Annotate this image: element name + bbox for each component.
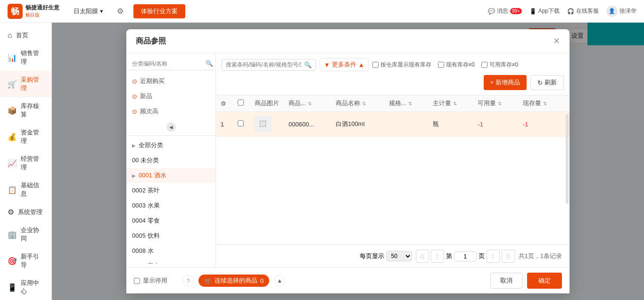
sidebar-item-app-center[interactable]: 📱 应用中心: [0, 274, 51, 300]
page-input[interactable]: [454, 251, 477, 261]
sidebar-item-sales[interactable]: 📊 销售管理: [0, 44, 51, 71]
modal-close-button[interactable]: ✕: [553, 36, 560, 46]
row-checkbox[interactable]: [238, 120, 244, 126]
cat-item-tea[interactable]: 0002 茶叶: [126, 183, 215, 198]
col-stock-sort[interactable]: 现存量⇅: [523, 99, 560, 108]
sidebar-item-operations[interactable]: 📈 经营管理: [0, 150, 51, 176]
sidebar-item-system[interactable]: ⚙ 系统管理: [0, 203, 51, 221]
sidebar-item-label: 基础信息: [21, 181, 44, 198]
quick-item-recent[interactable]: ⊙ 近期购买: [126, 74, 215, 88]
cell-unit: 瓶: [428, 112, 473, 137]
prev-page-button[interactable]: ⟨: [431, 250, 444, 263]
cat-item-water[interactable]: 0008 水: [126, 243, 215, 258]
category-search-icon[interactable]: 🔍: [206, 60, 213, 67]
product-table: ⚙ 商品图片 商品...⇅: [216, 95, 570, 137]
scrollbar[interactable]: [566, 114, 569, 204]
operations-icon: 📈: [8, 159, 17, 168]
cell-name: 白酒100ml: [331, 112, 384, 137]
col-settings: ⚙: [216, 95, 233, 112]
sidebar-item-basic-info[interactable]: 📋 基础信息: [0, 176, 51, 203]
sidebar-item-label: 新手引导: [21, 252, 44, 269]
checkbox-usable-ne0-label[interactable]: 可用库存≠0: [481, 61, 518, 69]
cell-index: 1: [216, 112, 233, 137]
chevron-up-icon: ▲: [358, 61, 364, 68]
page-size-select[interactable]: 10 20 50 100: [386, 251, 412, 261]
cat-label: 全部分类: [139, 141, 163, 150]
sort-icon: ⇅: [408, 101, 412, 106]
cat-item-fruit[interactable]: 0003 水果: [126, 198, 215, 213]
next-page-button[interactable]: ⟩: [487, 250, 500, 263]
headset-icon: 🎧: [567, 8, 574, 15]
quick-item-frequent[interactable]: ⊙ 频次高: [126, 104, 215, 118]
col-available: 可用量⇅: [473, 95, 518, 112]
app-download-item[interactable]: 📱 App下载: [529, 7, 560, 15]
filter-checkboxes: 按仓库显示现有库存 现有库存≠0 可用库存≠0: [372, 61, 519, 69]
user-avatar[interactable]: 👤 徐泽华: [606, 6, 636, 17]
cat-item-drinks[interactable]: 0005 饮料: [126, 228, 215, 243]
quick-item-new[interactable]: ⊙ 新品: [126, 89, 215, 103]
quick-item-label: 新品: [140, 92, 152, 100]
table-row[interactable]: 1 🖼 000600... 白酒100ml: [216, 112, 570, 137]
sidebar-item-finance[interactable]: 💰 资金管理: [0, 124, 51, 150]
search-icon[interactable]: 🔍: [304, 61, 312, 68]
cat-item-snacks[interactable]: 0004 零食: [126, 213, 215, 228]
col-name-sort[interactable]: 商品名称⇅: [336, 99, 380, 108]
notification-item[interactable]: 💬 消息 99+: [488, 7, 522, 15]
product-image: 🖼: [255, 116, 272, 133]
cart-badge[interactable]: 🛒 连续选择的商品 0: [198, 275, 269, 287]
table-settings-icon[interactable]: ⚙: [221, 100, 226, 107]
more-filters-button[interactable]: ▼ 更多条件 ▲: [320, 58, 369, 71]
category-search-input[interactable]: [132, 60, 203, 67]
add-product-button[interactable]: + 新增商品: [484, 75, 527, 90]
sidebar-item-home[interactable]: ⌂ 首页: [0, 26, 51, 44]
cat-item-appliances[interactable]: 0010 家电: [126, 258, 215, 264]
cat-label: 00 未分类: [132, 156, 159, 165]
cancel-button[interactable]: 取消: [490, 273, 522, 289]
refresh-button[interactable]: ↻ 刷新: [530, 75, 564, 90]
cat-label: 0003 水果: [132, 201, 160, 210]
cat-item-all[interactable]: ▶ 全部分类: [126, 138, 215, 153]
help-icon[interactable]: ?: [182, 275, 194, 286]
modal-toolbar: 🔍 ▼ 更多条件 ▲ 按仓库显示现有库存: [216, 53, 570, 95]
modal-footer: 显示停用 ? 🛒 连续选择的商品 0 ▲ 取消 确定: [126, 267, 570, 293]
select-all-checkbox[interactable]: [238, 100, 244, 106]
product-search-input[interactable]: [226, 61, 301, 68]
collapse-footer-button[interactable]: ▲: [274, 275, 285, 286]
settings-icon[interactable]: ⚙: [113, 4, 128, 19]
checkbox-warehouse[interactable]: [372, 62, 379, 68]
sidebar-item-purchase[interactable]: 🛒 采购管理: [0, 71, 51, 97]
checkbox-stock-ne0[interactable]: [438, 62, 444, 68]
online-service-item[interactable]: 🎧 在线客服: [567, 7, 599, 15]
col-unit-sort[interactable]: 主计量⇅: [433, 99, 469, 108]
sidebar-item-label: 首页: [16, 31, 28, 40]
logo-text: 畅捷通好生意 畅目版: [25, 4, 59, 18]
sidebar-item-guide[interactable]: 🎯 新手引导: [0, 248, 51, 274]
collapse-panel-button[interactable]: ◀: [166, 122, 176, 132]
checkbox-usable-ne0[interactable]: [481, 62, 487, 68]
page-label: 第: [446, 252, 452, 260]
cart-icon: 🛒: [204, 277, 212, 284]
confirm-button[interactable]: 确定: [527, 273, 562, 289]
sidebar-item-label: 采购管理: [21, 75, 44, 92]
last-page-button[interactable]: ⟩⟩: [502, 250, 515, 263]
col-available-sort[interactable]: 可用量⇅: [478, 99, 513, 108]
page-total-info: 共1页，1条记录: [519, 252, 562, 260]
col-spec-sort[interactable]: 规格...⇅: [389, 99, 423, 108]
checkbox-stock-ne0-label[interactable]: 现有库存≠0: [438, 61, 475, 69]
cat-item-unclassified[interactable]: 00 未分类: [126, 153, 215, 168]
sidebar-item-inventory[interactable]: 📦 库存核算: [0, 97, 51, 124]
cat-item-liquor[interactable]: ▶ 0001 酒水: [126, 168, 215, 183]
sidebar-item-collab[interactable]: 🏢 企业协同: [0, 221, 51, 248]
store-selector[interactable]: 日太阳膜 ▾: [70, 5, 107, 17]
experience-button[interactable]: 体验行业方案: [133, 4, 185, 18]
display-disabled-label[interactable]: 显示停用: [134, 276, 167, 285]
modal-header: 商品参照 ✕: [126, 29, 570, 53]
first-page-button[interactable]: ⟨⟨: [416, 250, 429, 263]
finance-icon: 💰: [8, 133, 17, 142]
display-disabled-checkbox[interactable]: [134, 278, 140, 284]
col-code-sort[interactable]: 商品...⇅: [289, 99, 326, 108]
modal-title: 商品参照: [136, 36, 166, 46]
checkbox-warehouse-label[interactable]: 按仓库显示现有库存: [372, 61, 431, 69]
cell-available: -1: [473, 112, 518, 137]
quick-item-label: 频次高: [140, 107, 158, 116]
